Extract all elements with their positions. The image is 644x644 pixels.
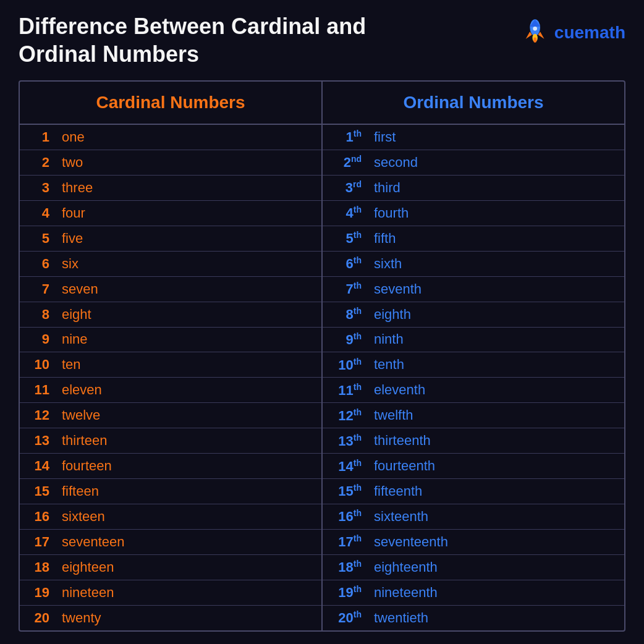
table-row: 4four4thfourth (20, 200, 624, 226)
cardinal-word: fifteen (62, 483, 99, 499)
ordinal-word: tenth (374, 357, 404, 373)
cardinal-number: 10 (25, 357, 49, 373)
cardinal-word: twenty (62, 610, 101, 626)
cardinal-number: 5 (25, 231, 49, 247)
ordinal-number: 6th (328, 255, 362, 272)
cardinal-cell: 13thirteen (20, 428, 322, 454)
ordinal-number: 1th (328, 129, 362, 145)
logo-area: cuemath (519, 17, 625, 48)
ordinal-number: 7th (328, 281, 362, 297)
ordinal-number: 3rd (328, 179, 362, 196)
rocket-icon (519, 17, 549, 48)
logo-text: cuemath (554, 23, 625, 43)
ordinal-cell: 6thsixth (322, 251, 624, 276)
ordinal-number: 8th (328, 306, 362, 323)
ordinal-header: Ordinal Numbers (322, 82, 624, 124)
ordinal-number: 5th (328, 230, 362, 247)
cardinal-word: sixteen (62, 509, 105, 525)
cardinal-number: 11 (25, 382, 49, 398)
ordinal-cell: 2ndsecond (322, 150, 624, 175)
ordinal-number: 14th (328, 458, 362, 475)
cardinal-word: five (62, 231, 83, 247)
cardinal-cell: 12twelve (20, 403, 322, 428)
table-row: 9nine9thninth (20, 327, 624, 352)
cardinal-word: four (62, 205, 85, 221)
header: Difference Between Cardinal and Ordinal … (19, 12, 625, 68)
ordinal-cell: 10thtenth (322, 352, 624, 378)
ordinal-word: third (374, 180, 400, 196)
ordinal-cell: 11theleventh (322, 378, 624, 403)
ordinal-word: first (374, 129, 396, 145)
ordinal-number: 18th (328, 559, 362, 575)
cardinal-number: 2 (25, 155, 49, 171)
ordinal-word: ninth (374, 331, 404, 347)
ordinal-word: fifteenth (374, 483, 422, 499)
svg-point-5 (533, 38, 536, 43)
ordinal-cell: 19thnineteenth (322, 580, 624, 605)
cardinal-header: Cardinal Numbers (20, 82, 322, 124)
cardinal-cell: 5five (20, 226, 322, 251)
cardinal-cell: 6six (20, 251, 322, 276)
cardinal-cell: 11eleven (20, 378, 322, 403)
cardinal-cell: 15fifteen (20, 479, 322, 504)
svg-marker-2 (526, 32, 532, 39)
cardinal-cell: 2two (20, 150, 322, 175)
cardinal-number: 17 (25, 534, 49, 550)
table-row: 5five5thfifth (20, 226, 624, 251)
cardinal-cell: 9nine (20, 327, 322, 352)
svg-point-6 (533, 27, 537, 31)
page: Difference Between Cardinal and Ordinal … (0, 0, 644, 644)
cardinal-word: eleven (62, 382, 102, 398)
cardinal-word: twelve (62, 407, 100, 423)
cardinal-cell: 17seventeen (20, 530, 322, 555)
ordinal-cell: 13ththirteenth (322, 428, 624, 454)
ordinal-cell: 20thtwentieth (322, 605, 624, 630)
cardinal-number: 9 (25, 331, 49, 347)
ordinal-cell: 4thfourth (322, 200, 624, 226)
ordinal-word: seventeenth (374, 534, 448, 550)
table-row: 12twelve12thtwelfth (20, 403, 624, 428)
ordinal-cell: 7thseventh (322, 276, 624, 302)
ordinal-number: 2nd (328, 154, 362, 171)
table-row: 18eighteen18theighteenth (20, 554, 624, 580)
ordinal-cell: 15thfifteenth (322, 479, 624, 504)
cardinal-cell: 10ten (20, 352, 322, 378)
cardinal-number: 8 (25, 307, 49, 323)
cardinal-cell: 14fourteen (20, 454, 322, 479)
cardinal-number: 1 (25, 129, 49, 145)
cardinal-number: 13 (25, 433, 49, 449)
table-container: Cardinal Numbers Ordinal Numbers 1one1th… (19, 80, 625, 632)
ordinal-number: 13th (328, 433, 362, 449)
table-row: 19nineteen19thnineteenth (20, 580, 624, 605)
ordinal-cell: 17thseventeenth (322, 530, 624, 555)
ordinal-cell: 12thtwelfth (322, 403, 624, 428)
cardinal-number: 3 (25, 180, 49, 196)
ordinal-number: 12th (328, 407, 362, 424)
page-title: Difference Between Cardinal and Ordinal … (19, 12, 402, 68)
ordinal-number: 16th (328, 508, 362, 525)
cardinal-number: 19 (25, 585, 49, 601)
cardinal-cell: 3three (20, 175, 322, 200)
table-body: 1one1thfirst2two2ndsecond3three3rdthird4… (20, 124, 624, 630)
ordinal-number: 20th (328, 609, 362, 626)
cardinal-number: 16 (25, 509, 49, 525)
ordinal-cell: 8theighth (322, 302, 624, 327)
ordinal-cell: 14thfourteenth (322, 454, 624, 479)
ordinal-word: sixth (374, 256, 402, 272)
ordinal-number: 9th (328, 331, 362, 348)
ordinal-word: fourteenth (374, 458, 435, 474)
cardinal-cell: 19nineteen (20, 580, 322, 605)
cardinal-cell: 4four (20, 200, 322, 226)
table-row: 2two2ndsecond (20, 150, 624, 175)
table-row: 7seven7thseventh (20, 276, 624, 302)
table-row: 8eight8theighth (20, 302, 624, 327)
ordinal-number: 11th (328, 382, 362, 399)
ordinal-number: 4th (328, 205, 362, 221)
cardinal-word: eight (62, 307, 91, 323)
table-row: 3three3rdthird (20, 175, 624, 200)
ordinal-word: fourth (374, 205, 409, 221)
ordinal-word: fifth (374, 231, 396, 247)
cardinal-number: 6 (25, 256, 49, 272)
ordinal-word: eighth (374, 307, 411, 323)
table-row: 11eleven11theleventh (20, 378, 624, 403)
